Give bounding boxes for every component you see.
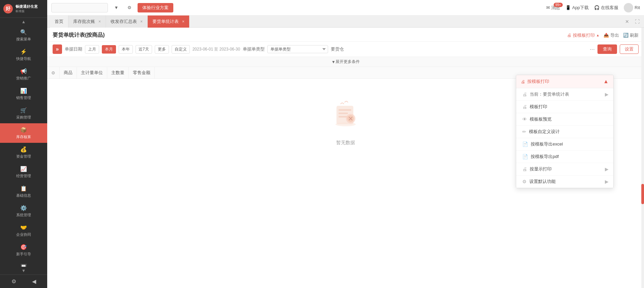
print-item-template-design[interactable]: ✏ 模板自定义设计 <box>516 126 613 138</box>
print-dropdown-title: 🖨 按模板打印 <box>521 78 549 85</box>
print-item-template-preview[interactable]: 👁 模板板预览 <box>516 113 613 126</box>
message-icon: ✉ <box>546 5 550 10</box>
online-service-btn[interactable]: 🎧 在线客服 <box>594 5 618 11</box>
date-btn-last-month[interactable]: 上月 <box>85 45 99 54</box>
tab-home[interactable]: 首页 <box>50 15 68 28</box>
settings-filter-btn[interactable]: 设置 <box>620 44 639 54</box>
topbar: ▼ ⚙ 体验行业方案 ✉ 消息 99+ 📱 App下载 🎧 在线客服 Rit <box>47 0 644 15</box>
tab-receipt-summary[interactable]: 收发存汇总表 × <box>106 15 148 28</box>
finance-icon: 💰 <box>20 146 27 153</box>
main-content: ▼ ⚙ 体验行业方案 ✉ 消息 99+ 📱 App下载 🎧 在线客服 Rit <box>47 0 644 288</box>
date-btn-more[interactable]: 更多 <box>155 45 169 54</box>
sidebar-item-finance[interactable]: 💰 资金管理 <box>0 143 47 162</box>
set-default-arrow: ▶ <box>605 179 609 184</box>
sidebar-item-guide[interactable]: 🎯 新手引导 <box>0 241 47 260</box>
print-item-current[interactable]: 🖨 当前：要货单统计表 ▶ <box>516 88 613 101</box>
page-title: 要货单统计表(按商品) <box>53 32 105 39</box>
print-item-export-pdf[interactable]: 📄 按模板导出pdf <box>516 151 613 163</box>
sidebar-item-enterprise[interactable]: 🤝 企业协同 <box>0 221 47 241</box>
search-input[interactable] <box>51 3 108 12</box>
display-print-icon: 🖨 <box>522 166 527 172</box>
scroll-down-arrow[interactable]: ▼ <box>0 267 47 275</box>
svg-rect-3 <box>339 113 348 114</box>
right-scrollbar[interactable] <box>641 28 644 288</box>
print-item-set-default[interactable]: ⚙ 设置默认功能 ▶ <box>516 175 613 188</box>
query-btn[interactable]: 查询 <box>597 44 617 54</box>
tab-close-inventory-batch[interactable]: × <box>98 19 101 24</box>
tab-close-receipt-summary[interactable]: × <box>140 19 143 24</box>
sidebar-item-app-center[interactable]: 🔲 应用中心 <box>0 260 47 267</box>
enterprise-icon: 🤝 <box>20 224 27 231</box>
date-range: 2023-06-01 至 2023-06-30 <box>193 46 240 52</box>
col-product: 商品 <box>60 67 77 79</box>
tab-close-window-btn[interactable]: ✕ <box>623 18 631 26</box>
app-download-btn[interactable]: 📱 App下载 <box>565 5 589 11</box>
template-preview-icon: 👁 <box>522 117 527 122</box>
refresh-btn[interactable]: 🔄 刷新 <box>623 32 639 38</box>
print-item-display-print[interactable]: 🖨 按显示打印 ▶ <box>516 163 613 175</box>
tab-expand-btn[interactable]: ⛶ <box>633 18 641 26</box>
sidebar-item-system[interactable]: ⚙️ 系统管理 <box>0 201 47 221</box>
sidebar-bottom: ⚙ ◀ <box>0 275 47 288</box>
print-item-template-print[interactable]: 🖨 模板打印 <box>516 101 613 113</box>
export-pdf-icon: 📄 <box>522 154 528 159</box>
settings-icon[interactable]: ⚙ <box>11 278 16 285</box>
scrollbar-thumb[interactable] <box>641 184 644 204</box>
type-select[interactable]: 单据单类型 <box>267 45 328 53</box>
export-btn[interactable]: 📤 导出 <box>604 32 619 38</box>
type-label: 单据单类型 <box>243 46 265 52</box>
inventory-icon: 📦 <box>20 127 27 133</box>
sidebar-nav: 🔍 搜索菜单 ⚡ 快捷导航 📢 营销推广 📊 销售管理 🛒 采购管理 📦 库存核… <box>0 26 47 267</box>
more-options-btn[interactable]: ··· <box>590 46 595 53</box>
print-dropdown-icon: 🖨 <box>521 79 525 84</box>
date-btn-7days[interactable]: 近7天 <box>136 45 152 54</box>
empty-icon <box>330 99 361 136</box>
tab-close-requisition-stats[interactable]: × <box>182 19 184 24</box>
date-btn-this-month[interactable]: 本月 <box>102 45 116 54</box>
purchase-icon: 🛒 <box>20 107 27 114</box>
sidebar-item-operations[interactable]: 📈 经营管理 <box>0 162 47 182</box>
sidebar-item-marketing[interactable]: 📢 营销推广 <box>0 65 47 84</box>
date-btn-this-year[interactable]: 本年 <box>119 45 133 54</box>
filter-right: ··· 查询 设置 <box>590 44 639 54</box>
user-avatar[interactable]: Rit <box>624 3 640 12</box>
empty-text: 暂无数据 <box>336 140 355 146</box>
topbar-gear-icon[interactable]: ⚙ <box>125 3 134 12</box>
refresh-icon: 🔄 <box>623 33 628 38</box>
expand-icon: ▼ <box>331 60 335 64</box>
tab-inventory-batch[interactable]: 库存批次账 × <box>68 15 106 28</box>
date-btn-custom[interactable]: 自定义 <box>172 45 190 54</box>
sidebar-item-purchase[interactable]: 🛒 采购管理 <box>0 104 47 123</box>
print-item-export-excel[interactable]: 📄 按模板导出excel <box>516 138 613 151</box>
message-btn[interactable]: ✉ 消息 99+ <box>546 5 560 11</box>
search-dropdown-btn[interactable]: ▼ <box>111 3 121 12</box>
col-unit: 主计量单位 <box>77 67 107 79</box>
filter-collapse-btn[interactable]: » <box>53 44 62 54</box>
app-center-icon: 🔲 <box>20 263 27 267</box>
tab-requisition-stats[interactable]: 要货单统计表 × <box>148 15 189 28</box>
scroll-up-arrow[interactable]: ▲ <box>0 18 47 26</box>
expand-label: 展开更多条件 <box>335 59 360 65</box>
page-content: 要货单统计表(按商品) 🖨 按模板打印 ▲ 📤 导出 🔄 刷新 » <box>47 28 644 288</box>
sidebar-item-basic-info[interactable]: 📋 基础信息 <box>0 182 47 201</box>
page-header: 要货单统计表(按商品) 🖨 按模板打印 ▲ 📤 导出 🔄 刷新 <box>47 28 644 42</box>
sidebar-item-quick-nav[interactable]: ⚡ 快捷导航 <box>0 45 47 65</box>
col-settings[interactable]: ⚙ <box>47 67 60 79</box>
col-settings-icon[interactable]: ⚙ <box>51 70 55 75</box>
sidebar-item-search[interactable]: 🔍 搜索菜单 <box>0 26 47 45</box>
print-dropdown-close-btn[interactable]: ▲ <box>603 78 609 85</box>
col-amount: 零售金额 <box>129 67 155 79</box>
trial-btn[interactable]: 体验行业方案 <box>138 3 173 12</box>
collapse-icon[interactable]: ◀ <box>32 278 36 285</box>
quick-nav-icon: ⚡ <box>20 49 27 55</box>
sidebar-item-inventory[interactable]: 📦 库存核算 <box>0 123 47 143</box>
sidebar-item-sales[interactable]: 📊 销售管理 <box>0 84 47 104</box>
col-quantity: 主数量 <box>107 67 129 79</box>
app-logo: 好 畅捷通好生意 标准版 <box>0 0 47 18</box>
search-icon: 🔍 <box>20 29 27 35</box>
template-print-icon: 🖨 <box>522 104 527 109</box>
guide-icon: 🎯 <box>20 244 27 250</box>
print-template-btn[interactable]: 🖨 按模板打印 ▲ <box>567 32 599 38</box>
operations-icon: 📈 <box>20 166 27 172</box>
expand-more-bar[interactable]: ▼ 展开更多条件 <box>47 57 644 67</box>
